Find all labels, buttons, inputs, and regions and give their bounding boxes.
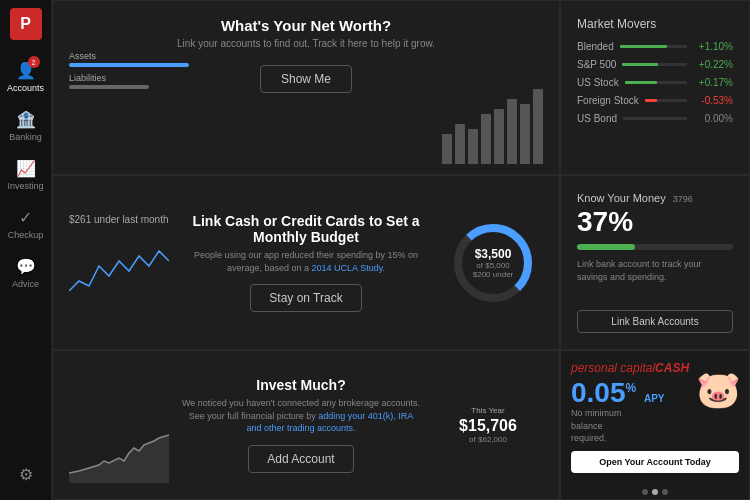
sidebar-item-banking[interactable]: 🏦 Banking xyxy=(0,101,51,150)
progress-fill xyxy=(577,244,635,250)
donut-under: $200 under xyxy=(473,270,513,279)
market-row: Blended+1.10% xyxy=(577,41,733,52)
net-worth-card: What's Your Net Worth? Link your account… xyxy=(52,0,560,175)
market-movers-card: Market Movers Blended+1.10%S&P 500+0.22%… xyxy=(560,0,750,175)
dot-1[interactable] xyxy=(642,489,648,495)
sidebar-item-advice[interactable]: 💬 Advice xyxy=(0,248,51,297)
advice-icon: 💬 xyxy=(16,256,36,276)
market-name: Foreign Stock xyxy=(577,95,639,106)
pc-apy-label: APY xyxy=(644,393,665,404)
progress-bar xyxy=(577,244,733,250)
dot-2[interactable] xyxy=(652,489,658,495)
donut-chart: $3,500 of $5,000 $200 under xyxy=(448,218,538,308)
pc-no-min: No minimumbalancerequired. xyxy=(571,407,739,445)
market-change: -0.53% xyxy=(693,95,733,106)
market-bar-wrapper xyxy=(625,81,687,84)
main-content: What's Your Net Worth? Link your account… xyxy=(52,0,750,500)
market-change: +1.10% xyxy=(693,41,733,52)
bar xyxy=(468,129,478,164)
bar xyxy=(520,104,530,164)
donut-text: $3,500 of $5,000 $200 under xyxy=(473,247,513,279)
donut-of: of $5,000 xyxy=(473,261,513,270)
sidebar-item-label: Banking xyxy=(9,132,42,142)
market-row: S&P 500+0.22% xyxy=(577,59,733,70)
investing-icon: 📈 xyxy=(16,158,36,178)
budget-right: $3,500 of $5,000 $200 under xyxy=(443,192,543,333)
pig-icon: 🐷 xyxy=(696,369,741,411)
budget-card: $261 under last month Link Cash or Credi… xyxy=(52,175,560,350)
bar xyxy=(494,109,504,164)
market-bar-fill xyxy=(645,99,658,102)
budget-sparkline xyxy=(69,231,169,311)
sidebar-item-settings[interactable]: ⚙ xyxy=(0,456,51,492)
show-me-button[interactable]: Show Me xyxy=(260,65,352,93)
market-name: Blended xyxy=(577,41,614,52)
sidebar-item-label: Advice xyxy=(12,279,39,289)
sidebar: P 👤 2 Accounts 🏦 Banking 📈 Investing ✓ C… xyxy=(0,0,52,500)
grid-container: What's Your Net Worth? Link your account… xyxy=(52,0,750,500)
assets-bar xyxy=(69,63,189,67)
market-change: 0.00% xyxy=(693,113,733,124)
bar xyxy=(481,114,491,164)
invest-right: This Year $15,706 of $62,000 xyxy=(433,367,543,483)
market-row: US Bond0.00% xyxy=(577,113,733,124)
budget-under-label: $261 under last month xyxy=(69,214,169,225)
invest-title: Invest Much? xyxy=(256,377,345,393)
invest-year-label: This Year xyxy=(471,406,504,415)
sidebar-item-label: Accounts xyxy=(7,83,44,93)
checkup-icon: ✓ xyxy=(16,207,36,227)
invest-sub: of $62,000 xyxy=(469,435,507,444)
net-worth-subtitle: Link your accounts to find out. Track it… xyxy=(177,38,435,49)
invest-sparkline xyxy=(69,423,169,483)
market-bar-fill xyxy=(625,81,657,84)
budget-left: $261 under last month xyxy=(69,192,169,333)
liabilities-label: Liabilities xyxy=(69,73,189,83)
market-name: US Stock xyxy=(577,77,619,88)
invest-description: We noticed you haven't connected any bro… xyxy=(181,397,421,435)
donut-amount: $3,500 xyxy=(473,247,513,261)
know-money-percent: 37% xyxy=(577,206,733,238)
liabilities-bar xyxy=(69,85,149,89)
settings-icon: ⚙ xyxy=(16,464,36,484)
stay-on-track-button[interactable]: Stay on Track xyxy=(250,284,361,312)
budget-study-link[interactable]: 2014 UCLA Study. xyxy=(312,263,385,273)
accounts-icon: 👤 2 xyxy=(16,60,36,80)
dot-3[interactable] xyxy=(662,489,668,495)
budget-title: Link Cash or Credit Cards to Set a Month… xyxy=(181,213,431,245)
dot-navigation xyxy=(642,489,668,495)
net-worth-title: What's Your Net Worth? xyxy=(221,17,391,34)
banking-icon: 🏦 xyxy=(16,109,36,129)
sidebar-item-label: Investing xyxy=(7,181,43,191)
pc-cash-highlight: CASH xyxy=(655,361,689,375)
assets-label: Assets xyxy=(69,51,189,61)
budget-description: People using our app reduced their spend… xyxy=(181,249,431,274)
pc-cash-card: personal capitalCASH 0.05% APY No minimu… xyxy=(560,350,750,500)
link-bank-button[interactable]: Link Bank Accounts xyxy=(577,310,733,333)
add-account-button[interactable]: Add Account xyxy=(248,445,353,473)
sidebar-item-checkup[interactable]: ✓ Checkup xyxy=(0,199,51,248)
market-change: +0.17% xyxy=(693,77,733,88)
sidebar-item-investing[interactable]: 📈 Investing xyxy=(0,150,51,199)
market-movers-title: Market Movers xyxy=(577,17,733,31)
sidebar-item-label: Checkup xyxy=(8,230,44,240)
open-account-button[interactable]: Open Your Account Today xyxy=(571,451,739,473)
know-money-description: Link bank account to track your savings … xyxy=(577,258,733,283)
market-bar-wrapper xyxy=(622,63,687,66)
market-bar-fill xyxy=(622,63,658,66)
bar xyxy=(442,134,452,164)
market-row: Foreign Stock-0.53% xyxy=(577,95,733,106)
invest-amount: $15,706 xyxy=(459,417,517,435)
sidebar-logo: P xyxy=(10,8,42,40)
budget-center: Link Cash or Credit Cards to Set a Month… xyxy=(181,192,431,333)
svg-marker-2 xyxy=(69,435,169,483)
assets-liabilities: Assets Liabilities xyxy=(69,51,189,95)
market-change: +0.22% xyxy=(693,59,733,70)
know-money-card: Know Your Money 3796 37% Link bank accou… xyxy=(560,175,750,350)
market-bar-fill xyxy=(620,45,667,48)
invest-card: Invest Much? We noticed you haven't conn… xyxy=(52,350,560,500)
market-name: S&P 500 xyxy=(577,59,616,70)
sidebar-item-accounts[interactable]: 👤 2 Accounts xyxy=(0,52,51,101)
accounts-badge: 2 xyxy=(28,56,40,68)
market-bar-wrapper xyxy=(623,117,687,120)
market-bar-wrapper xyxy=(645,99,687,102)
